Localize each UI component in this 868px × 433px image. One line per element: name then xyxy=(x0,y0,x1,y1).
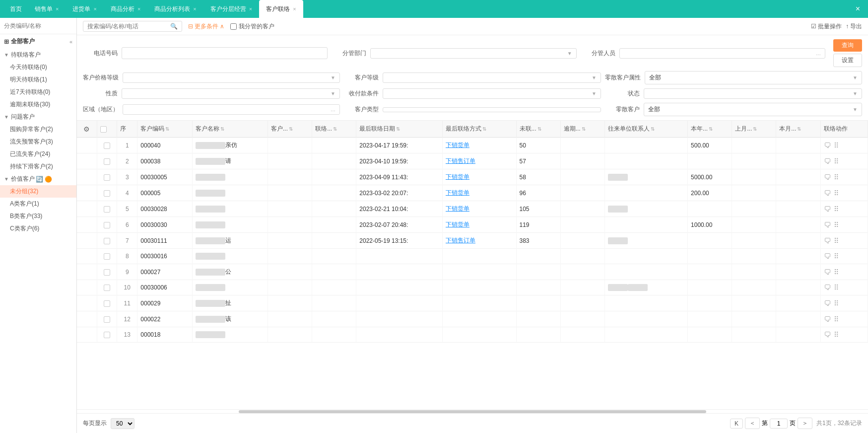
gender-select[interactable]: ▼ xyxy=(122,88,340,99)
action-contact-icon-7[interactable]: 🗨 xyxy=(824,252,831,260)
tab-customer-contact-close[interactable]: × xyxy=(293,6,296,12)
action-more-icon-2[interactable]: ⠿ xyxy=(834,173,839,181)
customer-level-select[interactable]: ▼ xyxy=(383,72,601,83)
tab-customer-segment-close[interactable]: × xyxy=(249,6,252,12)
action-more-icon-1[interactable]: ⠿ xyxy=(834,157,839,165)
tab-home[interactable]: 首页 xyxy=(4,0,28,18)
row-checkbox-2[interactable] xyxy=(104,174,110,181)
tab-sales-close[interactable]: × xyxy=(56,6,59,12)
th-last-date[interactable]: 最后联络日期⇅ xyxy=(356,121,443,138)
action-more-icon-0[interactable]: ⠿ xyxy=(834,142,839,149)
sidebar-all-customers[interactable]: ⊞ 全部客户 « xyxy=(0,34,76,49)
batch-ops-btn[interactable]: ☑ 批量操作 xyxy=(811,22,842,31)
sidebar-item-overdue-contact[interactable]: 逾期未联络(30) xyxy=(0,98,76,111)
tab-customer-segment[interactable]: 客户分层经营 × xyxy=(203,0,259,18)
area-select[interactable]: … xyxy=(123,104,340,115)
row-checkbox-5[interactable] xyxy=(104,222,110,228)
sidebar-item-today-pending[interactable]: 今天待联络(0) xyxy=(0,61,76,73)
row-checkbox-0[interactable] xyxy=(104,143,110,149)
action-contact-icon-6[interactable]: 🗨 xyxy=(824,237,831,245)
sidebar-search-input[interactable] xyxy=(4,22,77,29)
action-contact-icon-9[interactable]: 🗨 xyxy=(824,284,831,291)
action-more-icon-9[interactable]: ⠿ xyxy=(834,284,839,291)
contact-method-link-4[interactable]: 下销货单 xyxy=(446,205,469,212)
tab-purchase-close[interactable]: × xyxy=(93,6,96,12)
action-more-icon-3[interactable]: ⠿ xyxy=(834,189,839,197)
action-contact-icon-10[interactable]: 🗨 xyxy=(824,299,831,307)
action-more-icon-7[interactable]: ⠿ xyxy=(834,252,839,260)
export-btn[interactable]: ↑ 导出 xyxy=(846,22,862,31)
page-size-select[interactable]: 50 xyxy=(111,418,134,429)
sidebar-item-c-class[interactable]: C类客户(6) xyxy=(0,222,76,235)
sidebar-item-churn-warning[interactable]: 流失预警客户(3) xyxy=(0,136,76,148)
action-more-icon-12[interactable]: ⠿ xyxy=(834,331,839,339)
action-contact-icon-8[interactable]: 🗨 xyxy=(824,268,831,276)
sidebar-item-unsorted[interactable]: 未分组(32) xyxy=(0,185,76,198)
th-overdue[interactable]: 逾期...⇅ xyxy=(560,121,604,138)
tab-purchase[interactable]: 进货单 × xyxy=(66,0,103,18)
sidebar-item-b-class[interactable]: B类客户(33) xyxy=(0,210,76,222)
th-unit-contact[interactable]: 往来单位联系人⇅ xyxy=(604,121,687,138)
action-contact-icon-2[interactable]: 🗨 xyxy=(824,173,831,181)
action-more-icon-6[interactable]: ⠿ xyxy=(834,237,839,245)
row-checkbox-12[interactable] xyxy=(104,332,110,338)
sidebar-item-a-class[interactable]: A类客户(1) xyxy=(0,198,76,210)
dept-select[interactable]: ▼ xyxy=(370,48,576,59)
more-conditions-btn[interactable]: ⊟ 更多条件 ∧ xyxy=(188,22,224,31)
action-contact-icon-1[interactable]: 🗨 xyxy=(824,157,831,165)
row-checkbox-3[interactable] xyxy=(104,190,110,197)
th-contact[interactable]: 联络...⇅ xyxy=(312,121,356,138)
tab-sales[interactable]: 销售单 × xyxy=(28,0,66,18)
action-more-icon-4[interactable]: ⠿ xyxy=(834,205,839,213)
sidebar-item-week-pending[interactable]: 近7天待联络(0) xyxy=(0,86,76,98)
search-btn[interactable]: 查询 xyxy=(833,39,862,52)
action-more-icon-11[interactable]: ⠿ xyxy=(834,315,839,323)
price-level-select[interactable]: ▼ xyxy=(123,72,340,83)
th-code[interactable]: 客户编码⇅ xyxy=(137,121,193,138)
customer-type-select[interactable] xyxy=(383,107,601,112)
action-more-icon-10[interactable]: ⠿ xyxy=(834,299,839,307)
global-close-btn[interactable]: × xyxy=(852,4,864,13)
prev-page-btn[interactable]: ＜ xyxy=(745,418,760,429)
action-contact-icon-12[interactable]: 🗨 xyxy=(824,331,831,339)
th-this-month[interactable]: 本月...⇅ xyxy=(776,121,820,138)
row-checkbox-7[interactable] xyxy=(104,253,110,260)
action-contact-icon-4[interactable]: 🗨 xyxy=(824,205,831,213)
tab-product-list-close[interactable]: × xyxy=(193,6,196,12)
contact-method-link-0[interactable]: 下销货单 xyxy=(446,142,469,148)
sidebar-item-churned[interactable]: 已流失客户(24) xyxy=(0,148,76,160)
row-checkbox-10[interactable] xyxy=(104,300,110,307)
th-settings[interactable]: ⚙ xyxy=(77,121,97,138)
problem-group[interactable]: ▼ 问题客户 xyxy=(0,111,76,123)
contact-method-link-6[interactable]: 下销售订单 xyxy=(446,237,475,244)
contact-method-link-2[interactable]: 下销货单 xyxy=(446,173,469,180)
th-name[interactable]: 客户名称⇅ xyxy=(193,121,268,138)
tab-product-analysis-close[interactable]: × xyxy=(137,6,140,12)
action-contact-icon-3[interactable]: 🗨 xyxy=(824,189,831,197)
tab-product-analysis[interactable]: 商品分析 × xyxy=(104,0,147,18)
row-checkbox-11[interactable] xyxy=(104,316,110,323)
action-more-icon-5[interactable]: ⠿ xyxy=(834,221,839,229)
pending-group[interactable]: ▼ 待联络客户 xyxy=(0,49,76,61)
row-checkbox-1[interactable] xyxy=(104,158,110,165)
page-input[interactable] xyxy=(770,419,788,429)
staff-select[interactable]: … xyxy=(619,48,825,59)
action-contact-icon-5[interactable]: 🗨 xyxy=(824,221,831,229)
row-checkbox-6[interactable] xyxy=(104,238,110,244)
status-select[interactable]: ▼ xyxy=(644,88,862,99)
main-search-input[interactable] xyxy=(87,23,170,30)
sidebar-collapse-btn[interactable]: « xyxy=(69,39,72,45)
sidebar-item-tomorrow-pending[interactable]: 明天待联络(1) xyxy=(0,73,76,86)
retail-customer-select[interactable]: 全部 ▼ xyxy=(644,103,862,116)
contact-method-link-3[interactable]: 下销货单 xyxy=(446,189,469,196)
th-uncontacted[interactable]: 未联...⇅ xyxy=(516,121,560,138)
main-search-icon[interactable]: 🔍 xyxy=(170,23,178,30)
contact-method-link-1[interactable]: 下销售订单 xyxy=(446,157,475,164)
action-more-icon-8[interactable]: ⠿ xyxy=(834,268,839,276)
action-contact-icon-11[interactable]: 🗨 xyxy=(824,315,831,323)
th-year[interactable]: 本年...⇅ xyxy=(688,121,732,138)
sidebar-item-hoarding-abnormal[interactable]: 囤购异常客户(2) xyxy=(0,123,76,136)
score-group[interactable]: ▼ 价值客户 🔄 🟠 xyxy=(0,173,76,185)
th-last-month[interactable]: 上月...⇅ xyxy=(732,121,776,138)
header-checkbox[interactable] xyxy=(100,126,107,133)
